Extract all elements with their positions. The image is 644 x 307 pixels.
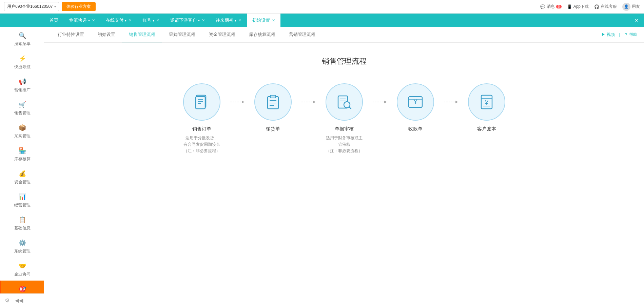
help-icon: ？: [624, 32, 628, 37]
chevron-down-icon: ▾: [198, 19, 200, 22]
app-download-button[interactable]: 📱 App下载: [567, 4, 589, 9]
nav-tab-在线支付[interactable]: 在线支付▾✕: [100, 14, 137, 27]
inventory-icon: 🏪: [19, 147, 26, 155]
nav-tab-首页[interactable]: 首页: [44, 14, 64, 27]
nav-tab-往来期初[interactable]: 往来期初▾✕: [210, 14, 247, 27]
chevron-down-icon: ▾: [153, 19, 154, 22]
sub-tab-资金管理流程[interactable]: 资金管理流程: [202, 27, 242, 42]
nav-tab-初始设置[interactable]: 初始设置✕: [247, 14, 280, 27]
sidebar-item-collab[interactable]: 🤝 企业协同: [0, 258, 44, 281]
app-label: App下载: [573, 4, 589, 9]
video-link[interactable]: ▶ 视频: [601, 32, 614, 38]
close-tab-icon[interactable]: ✕: [129, 18, 132, 23]
flow-circle-3[interactable]: ¥: [397, 83, 434, 121]
flow-item-1: 销货单: [246, 83, 300, 132]
flow-desc-2: 适用于财务审核或主管审核（注：非必要流程）: [326, 135, 363, 155]
flow-item-0: 销售订单适用于分批发货、有合同发货周期较长（注：非必要流程）: [175, 83, 229, 155]
sidebar-item-system[interactable]: ⚙️ 系统管理: [0, 234, 44, 258]
headset-icon: 🎧: [594, 4, 599, 9]
svg-rect-11: [270, 95, 276, 98]
sidebar-item-label: 资金管理: [14, 179, 31, 185]
top-bar-right: 💬 消息 6 📱 App下载 🎧 在线客服 👤 用友: [540, 3, 640, 11]
sidebar-item-marketing[interactable]: 📢 营销推广: [0, 73, 44, 96]
collapse-sidebar-button[interactable]: ◀◀: [15, 297, 23, 304]
chevron-down-icon: ▾: [88, 19, 90, 22]
sidebar-item-base[interactable]: 📋 基础信息: [0, 211, 44, 234]
flow-label-2: 单据审核: [335, 126, 354, 132]
svg-rect-4: [196, 97, 205, 109]
sidebar-item-label: 快捷导航: [14, 64, 31, 70]
nav-tab-label: 在线支付: [106, 17, 123, 23]
sidebar-item-label: 企业协同: [14, 271, 31, 277]
marketing-icon: 📢: [19, 78, 26, 85]
top-bar-left: 用户690企业1660120507 ▾ 体验行业方案: [4, 2, 96, 11]
flow-circle-4[interactable]: ¥: [468, 83, 505, 121]
close-tab-icon[interactable]: ✕: [202, 18, 205, 23]
flow-label-3: 收款单: [408, 126, 423, 132]
flow-item-3: ¥收款单: [388, 83, 443, 132]
chevron-down-icon: ▾: [54, 5, 56, 8]
nav-tab-label: 初始设置: [252, 17, 270, 23]
sidebar-item-label: 营销推广: [14, 87, 31, 93]
nav-tab-账号[interactable]: 账号▾✕: [137, 14, 165, 27]
finance-icon: 💰: [19, 170, 26, 178]
guide-icon: 🎯: [19, 285, 26, 293]
sub-tab-初始设置[interactable]: 初始设置: [91, 27, 122, 42]
sidebar-bottom: ⚙ ◀◀: [0, 293, 44, 307]
user-selector[interactable]: 用户690企业1660120507 ▾: [4, 2, 59, 11]
message-badge: 6: [556, 5, 562, 8]
user-profile[interactable]: 👤 用友: [622, 3, 640, 11]
nav-tab-label: 账号: [142, 17, 151, 23]
sub-tab-行业特性设置[interactable]: 行业特性设置: [51, 27, 91, 42]
svg-marker-9: [242, 101, 245, 103]
sub-tab-采购管理流程[interactable]: 采购管理流程: [162, 27, 202, 42]
sidebar-item-label: 搜索菜单: [14, 41, 31, 47]
try-industry-button[interactable]: 体验行业方案: [62, 2, 96, 11]
nav-tab-label: 首页: [50, 17, 58, 23]
flow-circle-0[interactable]: [183, 83, 220, 121]
sidebar-item-inventory[interactable]: 🏪 库存核算: [0, 142, 44, 165]
sidebar-item-label: 库存核算: [14, 156, 31, 162]
nav-tab-邀请下游客户[interactable]: 邀请下游客户▾✕: [165, 14, 210, 27]
flow-arrow-2: [371, 83, 388, 105]
help-link[interactable]: ？ 帮助: [624, 32, 637, 38]
flow-arrow-1: [300, 83, 317, 105]
sidebar-item-label: 基础信息: [14, 225, 31, 231]
settings-icon[interactable]: ⚙: [5, 297, 9, 304]
close-all-tabs-button[interactable]: ✕: [632, 18, 641, 23]
sub-tab-销售管理流程[interactable]: 销售管理流程: [122, 27, 162, 42]
online-service-button[interactable]: 🎧 在线客服: [594, 4, 617, 9]
sidebar-item-label: 销售管理: [14, 110, 31, 116]
flow-circle-2[interactable]: [326, 83, 363, 121]
search-icon: 🔍: [19, 32, 26, 39]
sub-tabs: 行业特性设置初始设置销售管理流程采购管理流程资金管理流程库存核算流程营销管理流程…: [44, 27, 644, 43]
chevron-down-icon: ▾: [235, 19, 236, 22]
sidebar-item-quick[interactable]: ⚡ 快捷导航: [0, 50, 44, 73]
message-button[interactable]: 💬 消息 6: [540, 4, 562, 9]
flow-item-2: 单据审核适用于财务审核或主管审核（注：非必要流程）: [317, 83, 371, 155]
quick-icon: ⚡: [19, 55, 26, 62]
close-tab-icon[interactable]: ✕: [92, 18, 95, 23]
sub-tab-营销管理流程[interactable]: 营销管理流程: [282, 27, 322, 42]
sub-tab-库存核算流程[interactable]: 库存核算流程: [242, 27, 282, 42]
sidebar-item-purchase[interactable]: 📦 采购管理: [0, 119, 44, 142]
top-bar: 用户690企业1660120507 ▾ 体验行业方案 💬 消息 6 📱 App下…: [0, 0, 644, 14]
sidebar-item-guide[interactable]: 🎯 新手引导: [0, 281, 44, 293]
sidebar-item-search[interactable]: 🔍 搜索菜单: [0, 27, 44, 50]
nav-tab-物流快递[interactable]: 物流快递▾✕: [64, 14, 100, 27]
svg-marker-23: [384, 101, 387, 103]
sub-tab-label: 销售管理流程: [129, 32, 155, 37]
nav-tab-label: 邀请下游客户: [170, 17, 197, 23]
flow-circle-1[interactable]: [254, 83, 292, 121]
close-tab-icon[interactable]: ✕: [272, 18, 275, 23]
flow-item-4: ¥客户账本: [460, 83, 514, 132]
sidebar-item-sales[interactable]: 🛒 销售管理: [0, 96, 44, 119]
sidebar-item-finance[interactable]: 💰 资金管理: [0, 165, 44, 188]
flow-label-4: 客户账本: [477, 126, 496, 132]
close-tab-icon[interactable]: ✕: [238, 18, 241, 23]
sub-tab-label: 资金管理流程: [209, 32, 235, 37]
close-tab-icon[interactable]: ✕: [156, 18, 159, 23]
sidebar-item-label: 经营管理: [14, 202, 31, 208]
base-icon: 📋: [19, 216, 26, 224]
sidebar-item-operation[interactable]: 📊 经营管理: [0, 188, 44, 211]
